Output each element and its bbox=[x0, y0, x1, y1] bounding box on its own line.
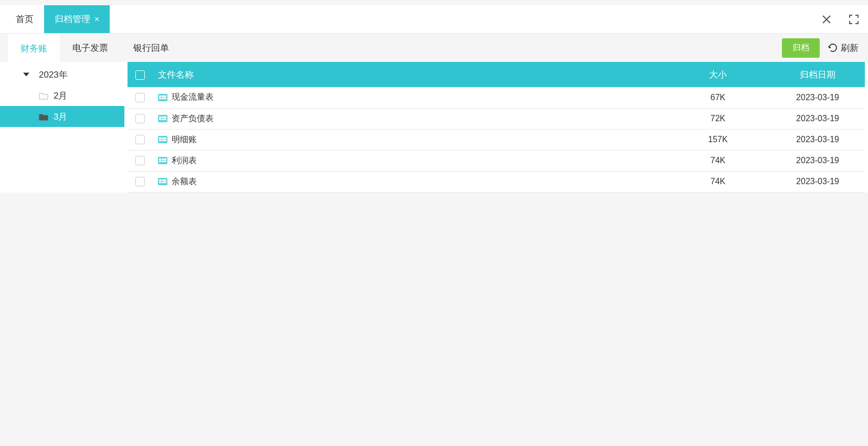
file-size: 67K bbox=[665, 87, 770, 108]
table-row[interactable]: 资产负债表72K2023-03-19 bbox=[128, 108, 865, 129]
top-tab-bar: 首页 归档管理 × bbox=[0, 5, 868, 34]
tree-child-label: 2月 bbox=[54, 90, 67, 102]
svg-rect-3 bbox=[159, 98, 162, 99]
col-header-size[interactable]: 大小 bbox=[665, 62, 770, 87]
sub-tab-label: 电子发票 bbox=[72, 42, 108, 54]
refresh-label: 刷新 bbox=[841, 42, 859, 54]
file-name: 余额表 bbox=[172, 176, 197, 187]
svg-rect-16 bbox=[159, 158, 162, 160]
svg-rect-6 bbox=[159, 116, 162, 118]
sub-tab-finance[interactable]: 财务账 bbox=[8, 34, 60, 62]
svg-rect-14 bbox=[162, 140, 166, 141]
tab-archive-mgmt[interactable]: 归档管理 × bbox=[44, 5, 110, 33]
svg-rect-24 bbox=[162, 182, 166, 183]
svg-rect-13 bbox=[159, 140, 162, 141]
table-row[interactable]: 利润表74K2023-03-19 bbox=[128, 150, 865, 171]
row-checkbox[interactable] bbox=[135, 135, 145, 144]
tab-home[interactable]: 首页 bbox=[5, 5, 44, 33]
row-checkbox[interactable] bbox=[135, 93, 145, 102]
spreadsheet-icon bbox=[158, 93, 167, 102]
svg-rect-8 bbox=[159, 119, 162, 120]
sub-tab-label: 银行回单 bbox=[133, 42, 169, 54]
refresh-icon bbox=[828, 43, 838, 52]
col-header-date[interactable]: 归档日期 bbox=[770, 62, 865, 87]
table-header-row: 文件名称 大小 归档日期 bbox=[128, 62, 865, 87]
fullscreen-icon bbox=[849, 15, 859, 24]
file-size: 157K bbox=[665, 129, 770, 150]
col-header-name[interactable]: 文件名称 bbox=[153, 62, 665, 87]
svg-rect-7 bbox=[162, 116, 166, 118]
table-row[interactable]: 明细账157K2023-03-19 bbox=[128, 129, 865, 150]
tree-child-month[interactable]: 3月 bbox=[0, 106, 124, 127]
svg-rect-17 bbox=[162, 158, 166, 160]
file-size: 72K bbox=[665, 108, 770, 129]
row-checkbox[interactable] bbox=[135, 177, 145, 186]
svg-rect-4 bbox=[162, 98, 166, 99]
svg-rect-19 bbox=[162, 161, 166, 162]
file-name: 资产负债表 bbox=[172, 113, 214, 124]
row-checkbox[interactable] bbox=[135, 156, 145, 165]
svg-rect-21 bbox=[159, 179, 162, 181]
svg-rect-11 bbox=[159, 137, 162, 139]
file-date: 2023-03-19 bbox=[770, 87, 865, 108]
caret-down-icon bbox=[23, 73, 29, 77]
folder-icon bbox=[39, 113, 48, 120]
file-size: 74K bbox=[665, 150, 770, 171]
file-date: 2023-03-19 bbox=[770, 108, 865, 129]
tree-root-label: 2023年 bbox=[39, 69, 68, 81]
spreadsheet-icon bbox=[158, 156, 167, 165]
table-row[interactable]: 现金流量表67K2023-03-19 bbox=[128, 87, 865, 108]
tab-label: 归档管理 bbox=[55, 13, 90, 25]
sub-tab-bar: 财务账 电子发票 银行回单 归档 刷新 bbox=[0, 34, 868, 62]
file-table: 文件名称 大小 归档日期 现金流量表67K2023-03-19资产负债表72K2… bbox=[128, 62, 865, 193]
file-name: 现金流量表 bbox=[172, 92, 214, 103]
tree-child-label: 3月 bbox=[54, 111, 67, 123]
fullscreen-button[interactable] bbox=[845, 10, 863, 28]
spreadsheet-icon bbox=[158, 135, 167, 144]
row-checkbox[interactable] bbox=[135, 114, 145, 123]
tree-root-year[interactable]: 2023年 bbox=[0, 64, 124, 85]
svg-rect-22 bbox=[162, 179, 166, 181]
svg-rect-18 bbox=[159, 161, 162, 162]
spreadsheet-icon bbox=[158, 177, 167, 186]
select-all-checkbox[interactable] bbox=[135, 70, 145, 80]
folder-icon bbox=[39, 92, 48, 99]
spreadsheet-icon bbox=[158, 114, 167, 123]
file-date: 2023-03-19 bbox=[770, 150, 865, 171]
file-name: 明细账 bbox=[172, 134, 197, 145]
archive-button[interactable]: 归档 bbox=[782, 38, 820, 58]
refresh-button[interactable]: 刷新 bbox=[828, 42, 859, 54]
sub-tab-einvoice[interactable]: 电子发票 bbox=[60, 34, 121, 62]
file-date: 2023-03-19 bbox=[770, 129, 865, 150]
folder-tree: 2023年 2月 3月 bbox=[0, 62, 124, 193]
sub-tab-label: 财务账 bbox=[20, 43, 47, 55]
tree-child-month[interactable]: 2月 bbox=[0, 85, 124, 106]
svg-rect-12 bbox=[162, 137, 166, 139]
file-size: 74K bbox=[665, 171, 770, 192]
svg-rect-2 bbox=[162, 95, 166, 97]
sub-tab-bankreceipt[interactable]: 银行回单 bbox=[121, 34, 182, 62]
file-date: 2023-03-19 bbox=[770, 171, 865, 192]
close-icon bbox=[822, 15, 831, 24]
table-row[interactable]: 余额表74K2023-03-19 bbox=[128, 171, 865, 192]
file-name: 利润表 bbox=[172, 155, 197, 166]
svg-rect-1 bbox=[159, 95, 162, 97]
tab-label: 首页 bbox=[16, 13, 34, 25]
svg-rect-9 bbox=[162, 119, 166, 120]
close-icon[interactable]: × bbox=[94, 15, 99, 24]
close-panel-button[interactable] bbox=[818, 10, 835, 28]
svg-rect-23 bbox=[159, 182, 162, 183]
